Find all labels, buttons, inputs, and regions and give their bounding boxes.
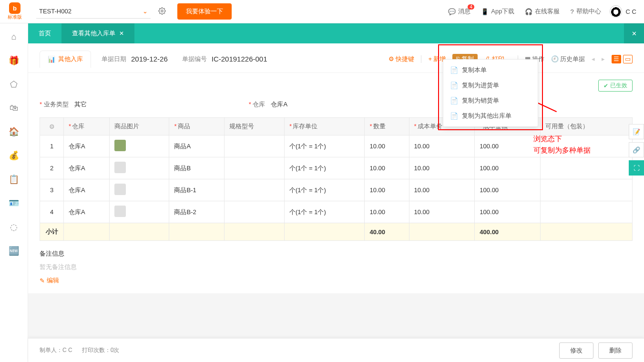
plus-icon: + [428,55,432,62]
biz-type-value: 其它 [74,100,87,109]
avatar [610,5,622,18]
list-view-toggle[interactable]: ☰ [612,55,621,63]
product-image-thumb [114,140,126,151]
remarks-title: 备注信息 [40,249,633,258]
left-sidebar: ⌂ 🎁 ⬠ 🛍 🏠 💰 📋 🪪 ◌ 🆕 [0,23,28,362]
close-icon[interactable]: ✕ [119,30,124,37]
chevron-left-icon[interactable]: ◂ [592,55,595,62]
annotation-text: 浏览态下 可复制为多种单据 [533,133,591,156]
subtotal-row: 小计 40.00400.00 [40,223,633,241]
top-header: b 标准版 TEST-H002 ⌄ 我要体验一下 💬 消息 4 📱 App下载 … [0,0,644,23]
col-available: 可用量（包装） [541,118,633,135]
gear-icon: ⚙ [388,55,394,62]
sidebar-home-icon[interactable]: ⌂ [11,32,17,42]
modify-button[interactable]: 修改 [559,342,593,359]
creator-value: C C [62,347,72,353]
edit-icon: ✎ [40,277,45,284]
dropdown-copy-outbound[interactable]: 📄复制为其他出库单 [443,108,538,124]
chevron-down-icon: ⌄ [143,8,148,15]
date-value: 2019-12-26 [131,55,168,63]
product-image-thumb [114,184,126,195]
online-service-link[interactable]: 🎧 在线客服 [525,7,560,16]
tab-home[interactable]: 首页 [28,23,61,43]
logo-edition: 标准版 [8,14,22,21]
app-download-link[interactable]: 📱 App下载 [481,7,514,16]
sidebar-refresh-icon[interactable]: ◌ [10,222,18,232]
headset-icon: 🎧 [525,8,532,15]
card-header: 📊 其他入库 单据日期 2019-12-26 单据编号 IC-20191226-… [28,43,644,73]
remarks-empty: 暂无备注信息 [40,263,633,271]
check-icon: ✔ [603,83,608,89]
page-tabbar: 首页 查看其他入库单 ✕ ✕ [28,23,644,43]
float-expand-icon[interactable]: ⛶ [629,160,644,176]
dropdown-copy-self[interactable]: 📄复制本单 [443,62,538,78]
doc-icon: 📄 [450,66,458,74]
chevron-right-icon[interactable]: ▸ [602,55,605,62]
sidebar-id-icon[interactable]: 🪪 [9,198,19,208]
trial-button[interactable]: 我要体验一下 [177,3,232,20]
tab-current[interactable]: 查看其他入库单 ✕ [61,23,134,43]
col-spec: 规格型号 [225,118,285,135]
help-icon: ? [570,8,573,15]
float-link-icon[interactable]: 🔗 [629,142,644,157]
sidebar-clipboard-icon[interactable]: 📋 [9,174,19,185]
dropdown-copy-purchase[interactable]: 📄复制为进货单 [443,78,538,93]
user-menu[interactable]: C C [610,5,636,18]
history-button[interactable]: 🕘 历史单据 [551,55,585,63]
edit-remarks-button[interactable]: ✎ 编辑 [40,276,633,285]
dropdown-copy-sales[interactable]: 📄复制为销货单 [443,93,538,108]
messages-link[interactable]: 💬 消息 4 [448,7,470,16]
close-all-tabs[interactable]: ✕ [624,23,644,43]
product-image-thumb [114,206,126,217]
column-settings-icon[interactable]: ⚙ [40,118,64,135]
status-badge: ✔ 已生效 [598,80,633,92]
main-area: 首页 查看其他入库单 ✕ ✕ 📊 其他入库 单据日期 2019-12-26 [28,23,644,362]
biz-type-label: 业务类型 [44,101,69,108]
org-selector[interactable]: TEST-H002 ⌄ [36,4,151,19]
doc-no-label: 单据编号 [182,55,207,63]
doc-icon: 📄 [450,82,458,89]
sidebar-pentagon-icon[interactable]: ⬠ [10,79,18,90]
sidebar-new-icon[interactable]: 🆕 [9,246,19,256]
org-name: TEST-H002 [39,8,72,15]
phone-icon: 📱 [481,8,489,15]
sidebar-money-icon[interactable]: 💰 [9,150,19,161]
sidebar-bag-icon[interactable]: 🛍 [10,103,18,113]
table-row[interactable]: 4 仓库A 商品B-2 个(1个 = 1个) 10.00 10.00 100.0… [40,201,633,223]
date-label: 单据日期 [102,55,126,63]
delete-button[interactable]: 删除 [598,342,633,359]
remarks-section: 备注信息 暂无备注信息 ✎ 编辑 [28,241,644,293]
sidebar-gift-icon[interactable]: 🎁 [9,55,19,66]
logo-icon: b [9,2,20,14]
help-center-link[interactable]: ? 帮助中心 [570,7,601,16]
float-note-icon[interactable]: 📝 [629,124,644,139]
logo[interactable]: b 标准版 [8,2,22,21]
right-float-tools: 📝 🔗 ⛶ [629,124,644,176]
chart-icon: 📊 [48,56,55,63]
table-row[interactable]: 3 仓库A 商品B-1 个(1个 = 1个) 10.00 10.00 100.0… [40,179,633,201]
card-view-toggle[interactable]: ▭ [623,55,633,63]
warehouse-value: 仓库A [271,100,287,109]
print-count-value: 0次 [111,347,120,353]
message-icon: 💬 [448,8,456,15]
creator-label: 制单人： [40,347,62,353]
document-type-tab[interactable]: 📊 其他入库 [40,51,91,68]
doc-icon: 📄 [450,97,458,104]
col-warehouse: *仓库 [64,118,110,135]
svg-point-0 [161,10,163,12]
warehouse-label: 仓库 [253,101,265,108]
settings-icon[interactable] [158,7,166,16]
history-icon: 🕘 [551,55,559,62]
shortcut-button[interactable]: ⚙ 快捷键 [388,55,414,63]
col-product: *商品 [169,118,225,135]
col-qty: *数量 [365,118,409,135]
col-unit: *库存单位 [284,118,365,135]
page-footer: 制单人：C C 打印次数：0次 修改 删除 [28,338,644,362]
product-image-thumb [114,162,126,173]
sidebar-house-icon[interactable]: 🏠 [9,126,19,137]
message-badge: 4 [468,4,474,10]
top-links: 💬 消息 4 📱 App下载 🎧 在线客服 ? 帮助中心 [448,7,601,16]
doc-no-value: IC-20191226-001 [212,55,267,63]
document-card: 📊 其他入库 单据日期 2019-12-26 单据编号 IC-20191226-… [28,43,644,293]
table-row[interactable]: 2 仓库A 商品B 个(1个 = 1个) 10.00 10.00 100.00 [40,157,633,179]
